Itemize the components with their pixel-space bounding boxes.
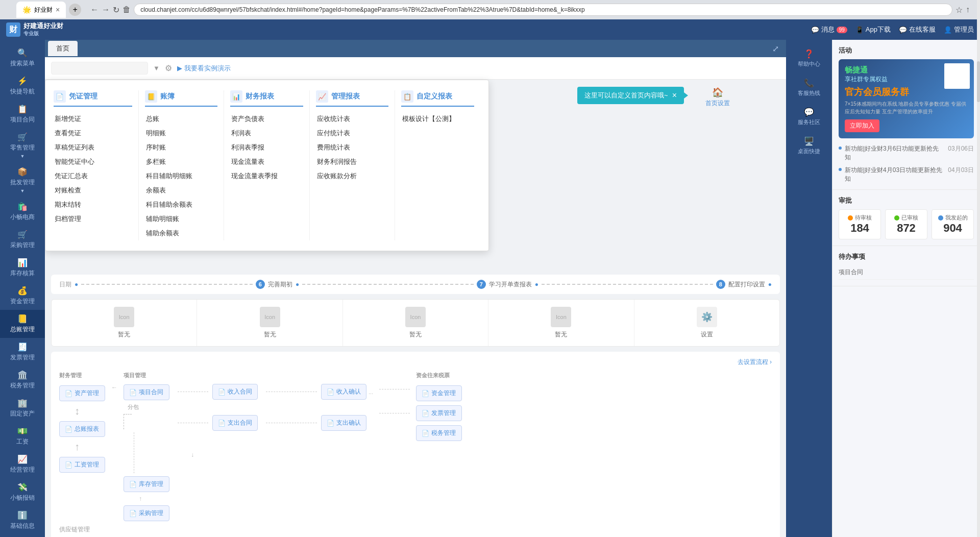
- menu-item-view-voucher[interactable]: 查看凭证: [54, 126, 132, 140]
- nav-refresh-btn[interactable]: ↻: [113, 5, 119, 15]
- news-item-2[interactable]: 新功能|好业财4月03日功能更新抢先知 04月03日: [839, 164, 974, 183]
- sidebar-item-search[interactable]: 🔍 搜索菜单: [0, 44, 45, 72]
- shortcut-settings[interactable]: ⚙️ 设置: [634, 300, 779, 346]
- online-service-btn[interactable]: 💬 在线客服: [899, 25, 936, 34]
- sidebar-item-inventory[interactable]: 📊 库存核算: [0, 254, 45, 282]
- sidebar-item-ecommerce[interactable]: 🛍️ 小畅电商: [0, 198, 45, 226]
- approval-card-pending[interactable]: 待审核 184: [839, 209, 881, 239]
- flow-node-project-contract[interactable]: 📄 项目合同: [124, 384, 169, 400]
- flow-node-capital-mgmt[interactable]: 📄 资金管理: [416, 385, 462, 401]
- menu-item-cashflow[interactable]: 现金流量表: [230, 155, 303, 169]
- sidebar-item-management[interactable]: 📈 经营管理: [0, 450, 45, 478]
- menu-item-multi-column[interactable]: 多栏账: [145, 155, 217, 169]
- search-input[interactable]: [51, 62, 148, 75]
- menu-item-smart-voucher[interactable]: 智能凭证中心: [54, 155, 132, 169]
- menu-item-balance-sheet[interactable]: 资产负债表: [230, 112, 303, 126]
- notification-btn[interactable]: 💬 消息 99: [811, 25, 847, 34]
- menu-item-profit-loss[interactable]: 利润表: [230, 126, 303, 140]
- flow-node-inventory-mgmt[interactable]: 📄 库存管理: [124, 476, 169, 492]
- menu-item-payable-stats[interactable]: 应付统计表: [316, 126, 388, 140]
- sidebar-item-retail[interactable]: 🛒 零售管理 ▼: [0, 128, 45, 163]
- browser-tab-active[interactable]: 🌟 好业财 ×: [16, 2, 66, 18]
- sidebar-item-project[interactable]: 📋 项目合同: [0, 100, 45, 128]
- flow-node-ledger-report[interactable]: 📄 总账报表: [59, 421, 105, 437]
- todo-item-project[interactable]: 项目合同: [839, 265, 974, 280]
- menu-item-receivable-stats[interactable]: 应收统计表: [316, 112, 388, 126]
- menu-item-detail-ledger[interactable]: 明细账: [145, 126, 217, 140]
- sidebar-item-assets[interactable]: 🏢 固定资产: [0, 394, 45, 422]
- menu-item-balance-table[interactable]: 余额表: [145, 183, 217, 198]
- new-tab-button[interactable]: +: [69, 4, 81, 16]
- share-btn[interactable]: ↑: [966, 5, 970, 14]
- menu-item-aux-balance[interactable]: 辅助余额表: [145, 226, 217, 240]
- right-sidebar-community[interactable]: 💬 服务社区: [786, 102, 832, 131]
- sidebar-item-quick-nav[interactable]: ⚡ 快捷导航: [0, 72, 45, 100]
- sidebar-item-expense[interactable]: 💸 小畅报销: [0, 478, 45, 506]
- sidebar-item-system[interactable]: ⚙️ 系统管理: [0, 534, 45, 537]
- sidebar-item-purchase[interactable]: 🛒 采购管理: [0, 226, 45, 254]
- scrollbar-thumb[interactable]: [977, 61, 980, 102]
- dropdown-arrow-icon[interactable]: ▼: [153, 64, 160, 72]
- flow-node-salary[interactable]: 📄 工资管理: [59, 457, 105, 473]
- approval-card-initiated[interactable]: 我发起的 904: [932, 209, 974, 239]
- menu-item-general-ledger[interactable]: 总账: [145, 112, 217, 126]
- tip-close-btn[interactable]: ×: [672, 91, 677, 100]
- expand-icon[interactable]: ⤢: [772, 44, 779, 54]
- sidebar-item-finance[interactable]: 💰 资金管理: [0, 282, 45, 310]
- menu-item-period-close[interactable]: 期末结转: [54, 198, 132, 212]
- sidebar-item-salary[interactable]: 💵 工资: [0, 422, 45, 450]
- flow-node-expense-confirm[interactable]: 📄 支出确认: [321, 415, 366, 431]
- menu-item-archive[interactable]: 归档管理: [54, 212, 132, 226]
- nav-back-btn[interactable]: ←: [90, 5, 99, 14]
- nav-delete-btn[interactable]: 🗑: [122, 5, 131, 14]
- banner-action-btn[interactable]: 立即加入: [845, 119, 879, 132]
- right-sidebar-desktop[interactable]: 🖥️ 桌面快捷: [786, 131, 832, 160]
- app-download-btn[interactable]: 📱 App下载: [855, 25, 891, 34]
- address-bar[interactable]: [134, 4, 952, 16]
- homepage-settings-link[interactable]: 🏠 首页设置: [705, 87, 730, 108]
- flow-node-income-confirm[interactable]: 📄 收入确认: [321, 384, 366, 400]
- flow-node-assets[interactable]: 📄 资产管理: [59, 385, 105, 401]
- menu-item-subject-balance[interactable]: 科目辅助余额表: [145, 198, 217, 212]
- menu-item-add-voucher[interactable]: 新增凭证: [54, 112, 132, 126]
- flow-node-income-contract[interactable]: 📄 收入合同: [212, 384, 258, 400]
- menu-item-draft-voucher[interactable]: 草稿凭证列表: [54, 140, 132, 155]
- flow-node-tax-mgmt[interactable]: 📄 税务管理: [416, 425, 462, 441]
- shortcut-1[interactable]: Icon 暂无: [52, 300, 197, 346]
- user-avatar[interactable]: 👤 管理员: [944, 25, 974, 34]
- right-sidebar-help[interactable]: ❓ 帮助中心: [786, 44, 832, 73]
- menu-item-cashflow-quarterly[interactable]: 现金流量表季报: [230, 169, 303, 183]
- flow-node-expense-contract[interactable]: 📄 支出合同: [212, 415, 258, 431]
- flow-node-invoice-mgmt[interactable]: 📄 发票管理: [416, 405, 462, 421]
- sidebar-item-tax[interactable]: 🏛️ 税务管理: [0, 366, 45, 394]
- shortcut-3[interactable]: Icon 暂无: [343, 300, 488, 346]
- shortcut-4[interactable]: Icon 暂无: [488, 300, 634, 346]
- menu-item-receivable-analysis[interactable]: 应收账款分析: [316, 169, 388, 183]
- approval-card-approved[interactable]: 已审核 872: [885, 209, 927, 239]
- shortcut-2[interactable]: Icon 暂无: [197, 300, 342, 346]
- menu-item-sequential[interactable]: 序时账: [145, 140, 217, 155]
- menu-item-subject-detail[interactable]: 科目辅助明细账: [145, 169, 217, 183]
- nav-tab-home[interactable]: 首页: [48, 41, 78, 56]
- scrollbar-track[interactable]: [977, 40, 980, 537]
- nav-forward-btn[interactable]: →: [102, 5, 110, 14]
- menu-item-expense-stats[interactable]: 费用统计表: [316, 140, 388, 155]
- menu-item-voucher-summary[interactable]: 凭证汇总表: [54, 169, 132, 183]
- sidebar-item-ledger[interactable]: 📒 总账管理: [0, 310, 45, 338]
- settings-icon[interactable]: ⚙: [165, 63, 172, 73]
- menu-item-profit-report[interactable]: 财务利润报告: [316, 155, 388, 169]
- flow-node-purchase-mgmt[interactable]: 📄 采购管理: [124, 505, 169, 521]
- sidebar-item-wholesale[interactable]: 📦 批发管理 ▼: [0, 163, 45, 198]
- right-sidebar-service[interactable]: 📞 客服热线: [786, 73, 832, 102]
- browser-tab-close[interactable]: ×: [56, 6, 60, 14]
- menu-item-profit-quarterly[interactable]: 利润表季报: [230, 140, 303, 155]
- menu-item-template-design[interactable]: 模板设计【公测】: [401, 112, 474, 126]
- flow-go-link[interactable]: 去设置流程 ›: [738, 358, 772, 367]
- sidebar-item-invoice[interactable]: 🧾 发票管理: [0, 338, 45, 366]
- news-item-1[interactable]: 新功能|好业财3月6日功能更新抢先知 03月06日: [839, 142, 974, 164]
- menu-item-reconcile[interactable]: 对账检查: [54, 183, 132, 198]
- demo-link[interactable]: ▶ 我要看实例演示: [177, 64, 231, 73]
- menu-item-aux-detail[interactable]: 辅助明细账: [145, 212, 217, 226]
- sidebar-item-basic[interactable]: ℹ️ 基础信息: [0, 506, 45, 534]
- bookmark-btn[interactable]: ☆: [955, 5, 963, 15]
